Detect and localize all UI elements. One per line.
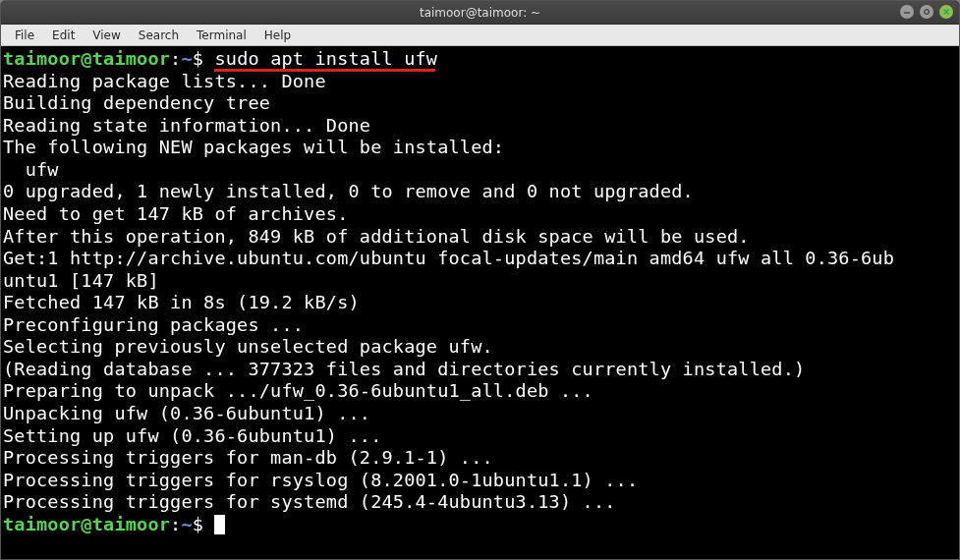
menu-file[interactable]: File [7, 27, 42, 44]
terminal-area[interactable]: taimoor@taimoor:~$ sudo apt install ufwR… [1, 46, 959, 559]
close-button[interactable] [939, 5, 953, 19]
menubar: File Edit View Search Terminal Help [1, 25, 959, 46]
underline-annotation [214, 69, 435, 72]
output-line: Unpacking ufw (0.36-6ubuntu1) ... [3, 403, 955, 425]
output-line: Setting up ufw (0.36-6ubuntu1) ... [3, 425, 955, 448]
prompt-sep: : [170, 514, 181, 534]
prompt-dollar: $ [193, 48, 203, 69]
prompt-line: taimoor@taimoor:~$ [3, 514, 955, 536]
output-line: Fetched 147 kB in 8s (19.2 kB/s) [3, 292, 955, 314]
cursor [214, 515, 225, 534]
output-line: Building dependency tree [3, 92, 955, 115]
prompt-path: ~ [181, 48, 192, 69]
prompt-path: ~ [181, 514, 192, 534]
output-line: The following NEW packages will be insta… [3, 137, 955, 159]
command-value: sudo apt install ufw [214, 48, 437, 69]
menu-search[interactable]: Search [131, 27, 187, 44]
output-line: Preparing to unpack .../ufw_0.36-6ubuntu… [3, 380, 955, 403]
window-title: taimoor@taimoor: ~ [420, 6, 540, 20]
output-line: untu1 [147 kB] [3, 270, 955, 293]
maximize-button[interactable] [920, 5, 933, 19]
output-line: Processing triggers for rsyslog (8.2001.… [3, 470, 955, 492]
output-line: Processing triggers for man-db (2.9.1-1)… [3, 447, 955, 470]
output-line: Reading state information... Done [3, 115, 955, 138]
prompt-sep: : [170, 48, 181, 69]
menu-view[interactable]: View [85, 27, 128, 44]
minimize-button[interactable] [900, 5, 914, 19]
output-line: Get:1 http://archive.ubuntu.com/ubuntu f… [3, 248, 955, 270]
output-line: ufw [3, 159, 955, 182]
titlebar: taimoor@taimoor: ~ [1, 1, 959, 25]
prompt-user-host: taimoor@taimoor [3, 48, 170, 69]
menu-edit[interactable]: Edit [44, 27, 83, 44]
output-line: After this operation, 849 kB of addition… [3, 226, 955, 249]
output-line: (Reading database ... 377323 files and d… [3, 359, 955, 381]
output-line: Processing triggers for systemd (245.4-4… [3, 491, 955, 514]
output-line: Preconfiguring packages ... [3, 314, 955, 337]
prompt-line: taimoor@taimoor:~$ sudo apt install ufw [3, 48, 955, 71]
window-controls [900, 5, 953, 19]
output-line: Need to get 147 kB of archives. [3, 203, 955, 226]
output-line: 0 upgraded, 1 newly installed, 0 to remo… [3, 181, 955, 203]
menu-help[interactable]: Help [256, 27, 299, 44]
prompt-user-host: taimoor@taimoor [3, 514, 170, 534]
svg-point-1 [925, 10, 930, 15]
prompt-dollar: $ [193, 514, 203, 534]
terminal-window: taimoor@taimoor: ~ File Edit View Search… [0, 0, 960, 560]
output-line: Reading package lists... Done [3, 71, 955, 93]
menu-terminal[interactable]: Terminal [189, 27, 254, 44]
output-line: Selecting previously unselected package … [3, 336, 955, 359]
command-text: sudo apt install ufw [214, 48, 437, 69]
